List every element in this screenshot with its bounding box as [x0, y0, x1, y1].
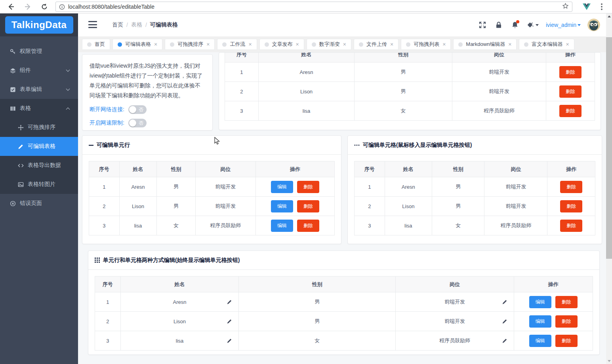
cell-name[interactable]: Lison	[385, 197, 432, 216]
speed-limit-toggle[interactable]: 否	[128, 119, 147, 127]
breadcrumb-home[interactable]: 首页	[112, 21, 123, 28]
fullscreen-button[interactable]	[478, 20, 487, 30]
col-header-gender: 性别	[157, 161, 195, 177]
delete-button[interactable]: 删除	[560, 220, 582, 232]
tab-close-icon[interactable]: ×	[508, 42, 511, 47]
sidebar-item-table-to-image[interactable]: 表格转图片	[0, 175, 78, 194]
address-bar[interactable]: localhost:8080/tables/editableTable	[55, 2, 572, 12]
sidebar-item-drag-sort[interactable]: 可拖拽排序	[0, 118, 78, 137]
tab-close-icon[interactable]: ×	[206, 42, 210, 47]
edit-cell-pencil-icon[interactable]	[502, 299, 507, 305]
edit-button[interactable]: 编辑	[529, 335, 551, 347]
table-row: 1 Aresn 男 前端开发 删除	[355, 177, 595, 197]
tab-article-publish[interactable]: 文章发布×	[259, 39, 304, 50]
tab-richtext-editor[interactable]: 富文本编辑器×	[519, 39, 574, 50]
edit-cell-pencil-icon[interactable]	[502, 338, 507, 343]
browser-forward-button[interactable]	[23, 2, 32, 11]
delete-button[interactable]: 删除	[560, 200, 582, 212]
edit-button[interactable]: 编辑	[271, 200, 293, 212]
cell-job[interactable]: 程序员鼓励师	[484, 216, 547, 235]
tab-home[interactable]: 首页	[82, 39, 110, 50]
edit-cell-pencil-icon[interactable]	[227, 299, 232, 305]
fullscreen-icon	[479, 21, 486, 29]
sidebar-item-error-pages[interactable]: 错误页面	[0, 194, 78, 213]
browser-menu-button[interactable]	[597, 2, 606, 11]
tab-close-icon[interactable]: ×	[154, 42, 157, 47]
col-header-gender: 性别	[355, 52, 452, 63]
card-title-text: 可编辑单元行	[97, 142, 130, 149]
tab-markdown-editor[interactable]: Markdown编辑器×	[453, 39, 517, 50]
cell-text: 前端开发	[444, 318, 465, 324]
scroll-down-arrow-icon[interactable]	[608, 360, 611, 362]
delete-button[interactable]: 删除	[559, 66, 581, 78]
tab-close-icon[interactable]: ×	[442, 42, 446, 47]
url-text[interactable]: localhost:8080/tables/editableTable	[68, 4, 562, 10]
cell-gender: 男	[157, 177, 195, 197]
logo-container[interactable]: TalkingData	[0, 13, 78, 36]
lock-button[interactable]	[494, 20, 503, 30]
cell-name[interactable]: Aresn	[385, 177, 432, 197]
browser-refresh-button[interactable]	[40, 2, 49, 11]
cell-job[interactable]: 前端开发	[484, 197, 547, 216]
edit-button[interactable]: 编辑	[271, 181, 293, 193]
delete-button[interactable]: 删除	[297, 220, 319, 232]
delete-button[interactable]: 删除	[559, 105, 581, 117]
both-modes-card: 单元行和单元格两种方式编辑(始终显示编辑单元格按钮) 序号 姓名 性别 岗位 操…	[88, 250, 600, 355]
tab-number-gradient[interactable]: 数字渐变×	[307, 39, 351, 50]
edit-cell-pencil-icon[interactable]	[502, 318, 507, 324]
sidebar-item-components[interactable]: 组件	[0, 61, 78, 80]
sidebar-item-form-edit[interactable]: 表单编辑	[0, 80, 78, 99]
tab-editable-table[interactable]: 可编辑表格×	[112, 39, 162, 50]
tab-close-icon[interactable]: ×	[343, 42, 346, 47]
delete-button[interactable]: 删除	[559, 85, 581, 98]
browser-back-button[interactable]	[6, 2, 16, 11]
edit-button[interactable]: 编辑	[529, 296, 551, 308]
tab-drag-sort[interactable]: 可拖拽排序×	[165, 39, 215, 50]
chevron-up-icon	[66, 108, 70, 112]
user-menu[interactable]: iview_admin	[546, 22, 581, 28]
tab-drag-list[interactable]: 可拖拽列表×	[401, 39, 451, 50]
sidebar-item-table-export[interactable]: 表格导出数据	[0, 156, 78, 175]
avatar-image	[587, 19, 600, 31]
network-disconnect-toggle[interactable]: 否	[128, 105, 147, 114]
toggle-state-text: 否	[139, 106, 143, 113]
delete-button[interactable]: 删除	[297, 181, 319, 193]
tab-close-icon[interactable]: ×	[248, 42, 252, 47]
cell-name[interactable]: lisa	[385, 216, 432, 235]
sidebar-item-editable-table[interactable]: 可编辑表格	[0, 137, 78, 156]
scrollbar[interactable]	[606, 13, 612, 364]
sidebar-menu: 权限管理 组件 表单编辑	[0, 36, 78, 213]
cell-job[interactable]: 前端开发	[484, 177, 547, 197]
ellipsis-icon	[354, 143, 360, 148]
delete-button[interactable]: 删除	[297, 200, 319, 212]
tab-close-icon[interactable]: ×	[390, 42, 393, 47]
tab-workflow[interactable]: 工作流×	[217, 39, 257, 50]
scrollbar-thumb[interactable]	[606, 37, 612, 259]
cell-text: 程序员鼓励师	[439, 337, 470, 343]
delete-button[interactable]: 删除	[555, 296, 578, 308]
notifications-button[interactable]	[510, 20, 520, 30]
delete-button[interactable]: 删除	[560, 181, 582, 193]
vue-devtools-button[interactable]	[582, 2, 591, 11]
bookmark-star-button[interactable]	[562, 3, 569, 11]
sidebar-item-permissions[interactable]: 权限管理	[0, 42, 78, 61]
scroll-up-arrow-icon[interactable]	[608, 15, 611, 17]
edit-cell-pencil-icon[interactable]	[227, 338, 232, 343]
tab-close-icon[interactable]: ×	[296, 42, 299, 47]
edit-button[interactable]: 编辑	[271, 220, 293, 232]
tab-file-upload[interactable]: 文件上传×	[354, 39, 398, 50]
edit-cell-pencil-icon[interactable]	[227, 318, 232, 324]
cell-job: 程序员鼓励师	[396, 331, 514, 351]
delete-button[interactable]: 删除	[555, 335, 578, 347]
tab-close-icon[interactable]: ×	[566, 42, 569, 47]
avatar[interactable]	[587, 19, 600, 31]
delete-button[interactable]: 删除	[555, 315, 578, 328]
cell-gender: 男	[239, 292, 396, 312]
edit-button[interactable]: 编辑	[529, 315, 551, 328]
tab-label: 富文本编辑器	[532, 41, 562, 48]
sidebar-collapse-button[interactable]	[88, 21, 97, 28]
page-info-icon[interactable]	[59, 4, 65, 10]
tab-label: 首页	[95, 41, 105, 48]
sidebar-item-tables[interactable]: 表格	[0, 99, 78, 118]
theme-picker-button[interactable]	[526, 20, 539, 30]
